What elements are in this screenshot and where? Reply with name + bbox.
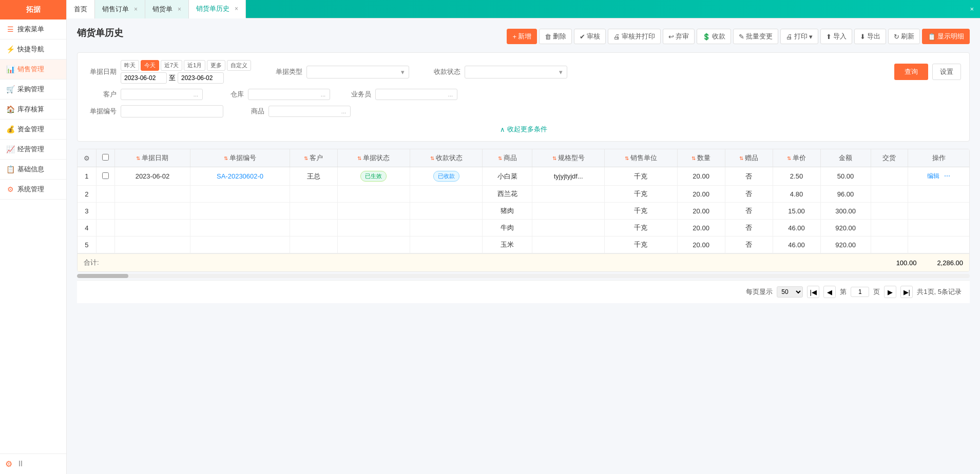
page-prev-btn[interactable]: ◀ [823,286,836,298]
date-from-input[interactable] [121,72,167,84]
table-row: 1 2023-06-02 SA-20230602-0 王总 已生效 已收款 小白… [78,167,969,186]
row5-spec [532,236,605,253]
horizontal-scrollbar[interactable] [77,274,970,278]
goods-input[interactable]: ... [268,106,351,117]
tab-sales-order[interactable]: 销售订单 × [95,0,145,18]
date-quick-custom[interactable]: 自定义 [227,60,251,71]
row1-docno-link[interactable]: SA-20230602-0 [217,172,263,180]
delete-button[interactable]: 🗑 删除 [539,29,572,44]
tab-sales-order-close[interactable]: × [134,6,138,13]
payment-select[interactable]: ▾ [465,66,567,78]
th-date-sort-icon: ⇅ [136,155,140,161]
sidebar-item-label: 采购管理 [17,85,44,94]
row2-amount: 96.00 [820,186,871,203]
print-button[interactable]: 🖨 打印 ▾ [780,29,818,44]
tab-sales-order-label: 销售订单 [102,5,129,14]
query-button[interactable]: 查询 [894,64,928,80]
sidebar-item-inventory[interactable]: 🏠 库存核算 [0,100,66,120]
row1-num: 1 [78,167,96,186]
sidebar-item-purchase[interactable]: 🛒 采购管理 [0,80,66,100]
show-detail-button[interactable]: 📋 显示明细 [922,29,970,44]
tabbar-close-btn[interactable]: × [964,5,980,13]
collect-icon: 💲 [702,33,710,41]
row1-more-link[interactable]: ⋯ [944,172,950,180]
row3-transaction [871,203,908,220]
tab-sales-delivery-close[interactable]: × [178,6,181,13]
page-first-btn[interactable]: |◀ [807,286,819,298]
table-container: ⚙ ⇅ 单据日期 ⇅ [77,149,970,272]
sidebar-item-quicknav[interactable]: ⚡ 快捷导航 [0,40,66,60]
warehouse-ellipsis: ... [321,91,325,97]
date-quick-more[interactable]: 更多 [207,60,225,71]
batch-change-button[interactable]: ✎ 批量变更 [733,29,778,44]
page-header: 销货单历史 + 新增 🗑 删除 ✔ 审核 🖨 审核并打印 [77,27,970,46]
date-quick-today[interactable]: 今天 [141,60,159,71]
row1-edit-link[interactable]: 编辑 [927,172,939,180]
sidebar-settings-btn[interactable]: ⚙ [5,459,12,469]
staff-label: 业务员 [340,90,371,99]
th-qty-inner: ⇅ 数量 [681,153,722,163]
sidebar-item-system[interactable]: ⚙ 系统管理 [0,180,66,200]
show-detail-label: 显示明细 [937,32,964,41]
tab-sales-history[interactable]: 销货单历史 × [189,0,246,18]
collect-button[interactable]: 💲 收款 [697,29,731,44]
sidebar-item-search[interactable]: ☰ 搜索菜单 [0,19,66,40]
tab-sales-history-close[interactable]: × [235,5,238,12]
row4-docno [190,220,290,236]
scrollbar-thumb[interactable] [77,274,128,278]
table-settings-icon[interactable]: ⚙ [84,154,90,162]
tab-sales-delivery[interactable]: 销货单 × [145,0,189,18]
abandon-button[interactable]: ↩ 弃审 [663,29,695,44]
add-button[interactable]: + 新增 [507,29,537,44]
staff-input[interactable]: ... [375,89,457,100]
set-button[interactable]: 设置 [932,64,961,80]
tab-sales-delivery-label: 销货单 [152,5,172,14]
customer-label: 客户 [86,90,117,99]
audit-button[interactable]: ✔ 审核 [574,29,606,44]
th-docstatus-label: 单据状态 [363,153,390,163]
date-quick-1month[interactable]: 近1月 [184,60,205,71]
row2-action [908,186,969,203]
main-area: 首页 销售订单 × 销货单 × 销货单历史 × × 销货单历史 + 新增 [67,0,980,474]
tab-home[interactable]: 首页 [67,0,95,18]
select-all-checkbox[interactable] [102,154,109,161]
row1-docstatus: 已生效 [337,167,410,186]
import-button[interactable]: ⬆ 导入 [820,29,852,44]
collapse-button[interactable]: ∧ 收起更多条件 [86,123,961,134]
table-total-row: 合计: 100.00 2,286.00 [78,253,969,271]
row1-select[interactable] [102,172,109,179]
date-to-input[interactable] [178,72,224,84]
refresh-button[interactable]: ↻ 刷新 [888,29,920,44]
th-customer-sort-icon: ⇅ [304,155,308,161]
goods-label: 商品 [234,107,264,116]
row2-transaction [871,186,908,203]
purchase-icon: 🛒 [6,85,14,93]
docno-input[interactable] [121,105,223,117]
customer-input[interactable]: ... [121,89,203,100]
page-number-input[interactable] [851,287,869,297]
sidebar-item-finance[interactable]: 💰 资金管理 [0,120,66,140]
page-last-btn[interactable]: ▶| [900,286,913,298]
warehouse-input[interactable]: ... [248,89,330,100]
row2-num: 2 [78,186,96,203]
export-button[interactable]: ⬇ 导出 [854,29,886,44]
doctype-select[interactable]: ▾ [306,66,409,78]
page-content: 销货单历史 + 新增 🗑 删除 ✔ 审核 🖨 审核并打印 [67,18,980,474]
sidebar-collapse-btn[interactable]: ⏸ [16,459,25,469]
row1-docstatus-badge: 已生效 [360,171,387,182]
audit-print-button[interactable]: 🖨 审核并打印 [608,29,661,44]
page-size-select[interactable]: 50 10 20 100 [777,286,803,298]
print-dropdown-icon: ▾ [809,33,813,41]
sidebar-item-baseinfo[interactable]: 📋 基础信息 [0,160,66,180]
sidebar-item-operations[interactable]: 📈 经营管理 [0,140,66,160]
th-gift-sort-icon: ⇅ [739,155,743,161]
tabbar: 首页 销售订单 × 销货单 × 销货单历史 × × [67,0,980,18]
row1-paymentstatus: 已收款 [410,167,483,186]
row2-unit: 千克 [605,186,677,203]
date-quick-7days[interactable]: 近7天 [161,60,182,71]
date-quick-yesterday[interactable]: 昨天 [121,60,139,71]
filter-area: 单据日期 昨天 今天 近7天 近1月 更多 自定义 至 [77,52,970,142]
sidebar-item-sales[interactable]: 📊 销售管理 [0,60,66,80]
page-next-btn[interactable]: ▶ [884,286,896,298]
row3-amount: 300.00 [820,203,871,220]
